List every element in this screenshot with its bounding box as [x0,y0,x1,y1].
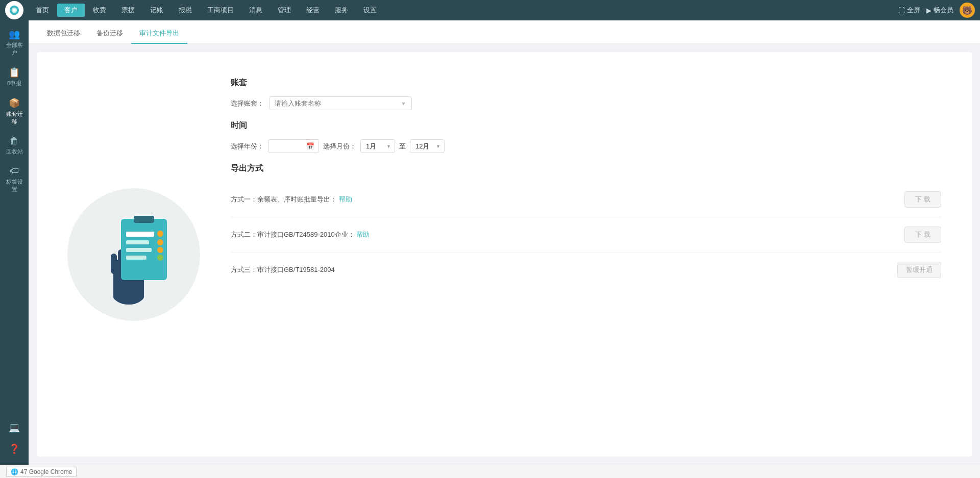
tab-data-migration[interactable]: 数据包迁移 [39,23,88,44]
svg-rect-17 [134,216,154,223]
nav-home[interactable]: 首页 [29,4,56,17]
month-label: 选择月份： [323,142,356,151]
sidebar-item-monitor[interactable]: 💻 [2,418,27,437]
sidebar-item-recycle[interactable]: 🗑 回收站 [2,132,27,160]
play-icon: ▶ [926,7,932,14]
year-input-wrapper[interactable]: 2023 📅 [268,139,319,153]
method2-help-link[interactable]: 帮助 [356,231,370,238]
svg-rect-10 [126,240,149,244]
end-month-wrapper[interactable]: 1月2月3月4月 5月6月7月8月 9月10月11月12月 [410,139,445,153]
nav-operation[interactable]: 经营 [299,4,327,17]
illustration-area [67,72,200,436]
declare-icon: 📋 [9,67,20,78]
export-method-3: 方式三：审计接口GB/T19581-2004 暂缓开通 [231,253,941,287]
export-section: 方式一：余额表、序时账批量导出： 帮助 下 载 方式二：审计接口GB/T2458… [231,182,941,287]
end-month-select[interactable]: 1月2月3月4月 5月6月7月8月 9月10月11月12月 [410,139,445,153]
page-content: 账套 选择账套： ▼ 时间 选择年份： 2023 📅 选择月份 [37,52,972,457]
app-logo[interactable] [5,1,23,19]
account-label: 选择账套： [231,99,264,108]
illustration-circle [67,188,200,321]
year-label: 选择年份： [231,142,264,151]
time-section-title: 时间 [231,120,941,131]
chevron-down-icon: ▼ [401,100,406,107]
account-input-wrapper[interactable]: ▼ [269,96,412,110]
nav-customers[interactable]: 客户 [57,4,85,17]
sidebar-item-account-migration[interactable]: 📦 账套迁移 [2,93,27,130]
top-nav-items: 首页 客户 收费 票据 记账 报税 工商项目 消息 管理 经营 服务 设置 [29,4,898,17]
account-section-title: 账套 [231,78,941,88]
user-avatar[interactable]: 🐻 [960,3,975,18]
start-month-wrapper[interactable]: 1月2月3月4月 5月6月7月8月 9月10月11月12月 [360,139,395,153]
sidebar-item-all-customers[interactable]: 👥 全部客户 [2,24,27,61]
chrome-status-item[interactable]: 🌐 47 Google Chrome [6,467,77,477]
customers-icon: 👥 [9,29,20,40]
method2-text: 方式二：审计接口GB/T24589-2010企业： 帮助 [231,230,370,239]
tab-backup-migration[interactable]: 备份迁移 [88,23,131,44]
tag-icon: 🏷 [10,166,19,177]
migration-icon: 📦 [9,97,20,109]
sidebar-item-zero-declare[interactable]: 📋 0申报 [2,63,27,91]
nav-fees[interactable]: 收费 [86,4,113,17]
status-bar: 🌐 47 Google Chrome [0,465,980,478]
nav-settings[interactable]: 设置 [356,4,384,17]
method1-text: 方式一：余额表、序时账批量导出： 帮助 [231,195,352,204]
start-month-select[interactable]: 1月2月3月4月 5月6月7月8月 9月10月11月12月 [360,139,395,153]
tab-audit-export[interactable]: 审计文件导出 [131,23,187,44]
svg-point-13 [157,231,163,237]
method1-help-link[interactable]: 帮助 [339,195,352,203]
main-layout: 👥 全部客户 📋 0申报 📦 账套迁移 🗑 回收站 🏷 标签设置 💻 ❓ [0,20,980,465]
export-method-2: 方式二：审计接口GB/T24589-2010企业： 帮助 下 载 [231,217,941,253]
svg-rect-12 [126,256,146,260]
account-input[interactable] [275,99,401,107]
svg-point-1 [13,9,16,12]
method2-download-button[interactable]: 下 载 [904,227,941,243]
fullscreen-button[interactable]: ⛶ 全屏 [898,6,920,15]
recycle-icon: 🗑 [10,136,19,146]
sidebar-item-tag-settings[interactable]: 🏷 标签设置 [2,162,27,197]
export-section-title: 导出方式 [231,163,941,174]
content-area: 数据包迁移 备份迁移 审计文件导出 [29,20,980,465]
tab-bar: 数据包迁移 备份迁移 审计文件导出 [29,20,980,44]
method3-open-button[interactable]: 暂缓开通 [897,262,941,278]
year-input[interactable]: 2023 [273,142,303,150]
account-row: 选择账套： ▼ [231,96,941,110]
export-method-1: 方式一：余额表、序时账批量导出： 帮助 下 载 [231,182,941,217]
form-area: 账套 选择账套： ▼ 时间 选择年份： 2023 📅 选择月份 [231,72,941,436]
svg-rect-11 [126,248,152,252]
method3-text: 方式三：审计接口GB/T19581-2004 [231,265,335,274]
sidebar-item-help[interactable]: ❓ [2,439,27,459]
method1-download-button[interactable]: 下 载 [904,191,941,208]
to-separator: 至 [399,142,406,151]
left-sidebar: 👥 全部客户 📋 0申报 📦 账套迁移 🗑 回收站 🏷 标签设置 💻 ❓ [0,20,29,465]
top-nav-right: ⛶ 全屏 ▶ 畅会员 🐻 [898,3,975,18]
svg-rect-4 [111,254,117,274]
nav-service[interactable]: 服务 [328,4,355,17]
nav-bookkeeping[interactable]: 记账 [143,4,170,17]
sidebar-bottom: 💻 ❓ [2,418,27,465]
time-row: 选择年份： 2023 📅 选择月份： 1月2月3月4月 5月6月7月8月 9月1… [231,139,941,153]
nav-invoices[interactable]: 票据 [114,4,142,17]
calendar-icon: 📅 [306,142,314,150]
top-nav: 首页 客户 收费 票据 记账 报税 工商项目 消息 管理 经营 服务 设置 ⛶ … [0,0,980,20]
member-button[interactable]: ▶ 畅会员 [926,6,953,15]
help-icon: ❓ [9,443,20,455]
chrome-icon: 🌐 [11,468,18,475]
svg-rect-9 [126,232,154,237]
svg-point-14 [157,239,163,245]
nav-business[interactable]: 工商项目 [200,4,241,17]
nav-tax[interactable]: 报税 [172,4,199,17]
svg-point-16 [157,255,163,261]
svg-point-15 [157,247,163,253]
fullscreen-icon: ⛶ [898,7,905,14]
nav-message[interactable]: 消息 [242,4,270,17]
nav-manage[interactable]: 管理 [271,4,298,17]
monitor-icon: 💻 [9,422,20,433]
